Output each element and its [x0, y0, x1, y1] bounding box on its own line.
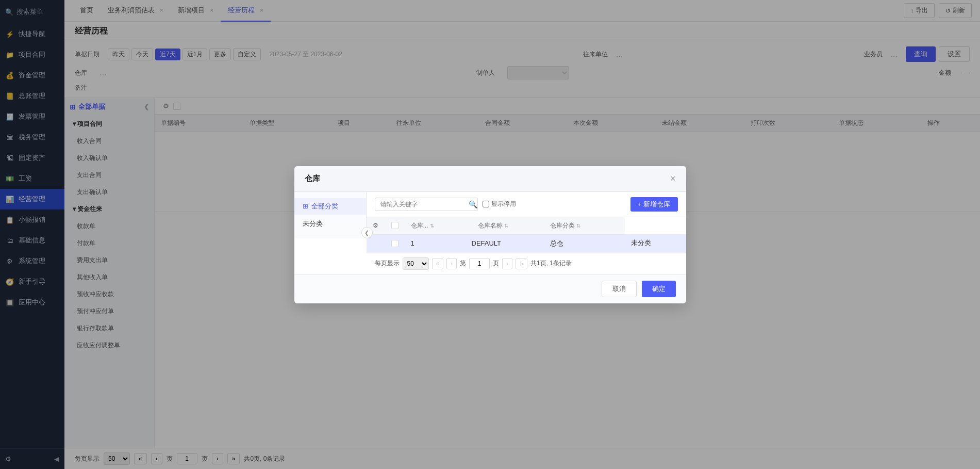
category-all[interactable]: ⊞ 全部分类 [294, 198, 366, 215]
modal-toolbar: 🔍 显示停用 + 新增仓库 [367, 192, 686, 217]
modal-pagination: 每页显示 50 100 « ‹ 第 页 › » 共1页, 1条记录 [367, 253, 686, 274]
modal-close-button[interactable]: × [670, 173, 676, 184]
row-checkbox[interactable] [391, 240, 398, 247]
modal-left-panel: ⊞ 全部分类 未分类 [294, 192, 367, 238]
sort-cat-icon[interactable]: ⇅ [576, 223, 580, 229]
modal-per-page-label: 每页显示 [375, 259, 400, 268]
modal-footer: 取消 确定 [294, 274, 686, 303]
confirm-button[interactable]: 确定 [642, 281, 676, 297]
col-warehouse-category: 仓库分类 ⇅ [544, 217, 625, 235]
modal-left-panel-wrap: ⊞ 全部分类 未分类 ❮ [294, 192, 367, 274]
row-check [385, 234, 405, 252]
modal-last-page[interactable]: » [516, 258, 527, 269]
modal-page-label: 第 [460, 259, 466, 268]
modal-page-end: 页 [493, 259, 499, 268]
col-warehouse-code: 仓库... ⇅ [405, 217, 472, 235]
modal-prev-page[interactable]: ‹ [446, 258, 457, 269]
unclassified-label: 未分类 [303, 219, 323, 229]
modal-total-label: 共1页, 1条记录 [530, 259, 572, 268]
col-warehouse-name: 仓库名称 ⇅ [472, 217, 544, 235]
show-disabled-label[interactable]: 显示停用 [483, 200, 516, 208]
modal-select-all[interactable] [391, 222, 398, 229]
grid-category-icon: ⊞ [303, 202, 308, 210]
category-unclassified[interactable]: 未分类 [294, 216, 366, 232]
collapse-left-panel[interactable]: ❮ [361, 227, 373, 238]
cancel-button[interactable]: 取消 [602, 281, 637, 297]
modal-page-input[interactable] [469, 258, 490, 269]
col-check-header [385, 217, 405, 235]
row-category: 未分类 [625, 234, 686, 252]
row-index: 1 [405, 234, 472, 252]
modal-next-page[interactable]: › [502, 258, 512, 269]
modal-table-wrap: ⚙ 仓库... ⇅ 仓库名称 ⇅ [367, 217, 686, 253]
modal-table-header-row: ⚙ 仓库... ⇅ 仓库名称 ⇅ [367, 217, 686, 235]
modal-overlay: 仓库 × ⊞ 全部分类 未分类 ❮ [0, 0, 980, 469]
row-code: DEFAULT [472, 234, 544, 252]
modal-first-page[interactable]: « [432, 258, 444, 269]
show-disabled-checkbox[interactable] [483, 201, 489, 207]
modal-header: 仓库 × [294, 166, 686, 192]
modal-right-panel: 🔍 显示停用 + 新增仓库 ⚙ [367, 192, 686, 274]
modal-per-page-select[interactable]: 50 100 [403, 257, 429, 270]
modal-body: ⊞ 全部分类 未分类 ❮ 🔍 显示停用 [294, 192, 686, 274]
warehouse-modal: 仓库 × ⊞ 全部分类 未分类 ❮ [294, 166, 686, 303]
sort-name-icon[interactable]: ⇅ [504, 223, 508, 229]
modal-table: ⚙ 仓库... ⇅ 仓库名称 ⇅ [367, 217, 686, 253]
row-name: 总仓 [544, 234, 625, 252]
sort-code-icon[interactable]: ⇅ [430, 223, 434, 229]
modal-title: 仓库 [305, 174, 320, 184]
modal-search-input[interactable] [375, 198, 478, 211]
table-row[interactable]: 1 DEFAULT 总仓 未分类 [367, 234, 686, 252]
modal-search-button[interactable]: 🔍 [469, 200, 477, 208]
add-warehouse-button[interactable]: + 新增仓库 [630, 197, 677, 212]
category-all-label: 全部分类 [311, 202, 338, 211]
